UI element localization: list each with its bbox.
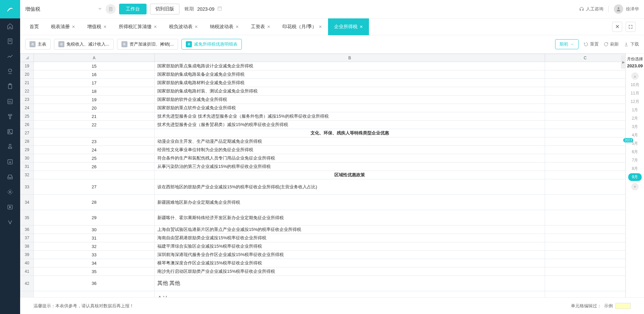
tab-所得税汇算清缴[interactable]: 所得税汇算清缴✕	[113, 18, 163, 35]
fullscreen-button[interactable]	[626, 22, 636, 32]
cell[interactable]: 34	[34, 259, 155, 267]
month-item[interactable]: 1月	[628, 106, 642, 114]
cell[interactable]	[545, 154, 626, 163]
cell[interactable]: 15	[34, 62, 155, 70]
cell[interactable]: 深圳前海深港现代服务业合作区企业减按15%税率征收企业所得税	[155, 251, 545, 259]
cell[interactable]	[545, 79, 626, 87]
row-number[interactable]: 41	[20, 267, 34, 276]
month-item[interactable]: 9月	[628, 173, 642, 181]
period-filter-button[interactable]: 期初	[555, 39, 579, 49]
row-number[interactable]: 25	[20, 112, 34, 121]
cell[interactable]: 26	[34, 163, 155, 171]
row-number[interactable]: 26	[20, 121, 34, 129]
cell[interactable]: 14221.38	[545, 291, 626, 298]
cell[interactable]: 25	[34, 154, 155, 163]
close-all-tabs-button[interactable]: ✕	[612, 22, 622, 32]
cell[interactable]: 国家鼓励的重点软件企业减免企业所得税	[155, 104, 545, 112]
refresh-button[interactable]: 刷新	[604, 41, 619, 47]
nav-tax-icon[interactable]	[0, 109, 20, 124]
table-row[interactable]: 3025符合条件的生产和装配伤残人员专门用品企业免征企业所得税	[20, 154, 626, 163]
nav-inbox-icon[interactable]	[0, 169, 20, 184]
nav-clipboard-icon[interactable]	[0, 79, 20, 94]
cell[interactable]: 新疆困难地区新办企业定期减免企业所得税	[155, 195, 545, 210]
cell[interactable]: 21	[34, 112, 155, 121]
cell[interactable]	[545, 242, 626, 251]
month-down-button[interactable]: ▼	[631, 183, 639, 190]
row-number[interactable]: 37	[20, 234, 34, 242]
subtab[interactable]: 表减免所得税优惠明细表	[181, 39, 242, 50]
table-row[interactable]: 2319国家鼓励的软件企业减免企业所得税	[20, 96, 626, 104]
subtab[interactable]: 表免税收入、减计收入...	[54, 39, 114, 50]
month-item[interactable]: 3月	[628, 123, 642, 131]
table-row[interactable]: 2823动漫企业自主开发、生产动漫产品定期减免企业所得税	[20, 137, 626, 146]
close-icon[interactable]: ✕	[360, 24, 363, 29]
nav-picture-icon[interactable]	[0, 124, 20, 139]
close-icon[interactable]: ✕	[154, 24, 157, 29]
tab-首页[interactable]: 首页	[23, 18, 45, 35]
cell[interactable]	[545, 234, 626, 242]
row-number[interactable]: 35	[20, 210, 34, 226]
cell[interactable]: 国家鼓励的集成电路装备企业减免企业所得税	[155, 70, 545, 79]
cell[interactable]: 28	[34, 195, 155, 210]
month-item[interactable]: 12月	[628, 98, 642, 106]
cell[interactable]	[545, 276, 626, 291]
table-row[interactable]: 3327设在西部地区的鼓励类产业企业减按15%的税率征收企业所得税(主营业务收入…	[20, 179, 626, 195]
cell[interactable]: 技术先进型服务企业（服务贸易类）减按15%的税率征收企业所得税	[155, 121, 545, 129]
cell[interactable]: 16	[34, 70, 155, 79]
row-number[interactable]: 38	[20, 242, 34, 251]
table-row[interactable]: 3126从事污染防治的第三方企业减按15%的税率征收企业所得税	[20, 163, 626, 171]
nav-home-icon[interactable]	[0, 18, 20, 34]
row-number[interactable]: 29	[20, 146, 34, 154]
tab-印花税（月/季）[interactable]: 印花税（月/季）✕	[276, 18, 328, 35]
cell[interactable]	[545, 195, 626, 210]
cell[interactable]: 区域性优惠政策	[155, 171, 545, 179]
month-item[interactable]: 8月	[628, 165, 642, 173]
cell[interactable]: 符合条件的生产和装配伤残人员专门用品企业免征企业所得税	[155, 154, 545, 163]
user-chip[interactable]: 徐泽华	[614, 4, 639, 14]
table-row[interactable]: 2420国家鼓励的重点软件企业减免企业所得税	[20, 104, 626, 112]
cell[interactable]	[545, 129, 626, 137]
cell[interactable]: 32	[34, 242, 155, 251]
cell[interactable]: 南沙先行启动区鼓励类产业企业减按15%税率征收企业所得税	[155, 267, 545, 276]
row-number[interactable]: 22	[20, 87, 34, 96]
table-row[interactable]: 3731海南自由贸易港鼓励类企业减按15%税率征收企业所得税	[20, 234, 626, 242]
tab-工资表[interactable]: 工资表✕	[245, 18, 276, 35]
cell[interactable]: 设在西部地区的鼓励类产业企业减按15%的税率征收企业所得税(主营业务收入占比)	[155, 179, 545, 195]
table-row[interactable]: 4135南沙先行启动区鼓励类产业企业减按15%税率征收企业所得税	[20, 267, 626, 276]
table-row[interactable]: 3933深圳前海深港现代服务业合作区企业减按15%税率征收企业所得税	[20, 251, 626, 259]
tab-纳税波动表[interactable]: 纳税波动表✕	[204, 18, 245, 35]
cell[interactable]: 其他 其他	[155, 276, 545, 291]
cell[interactable]: 动漫企业自主开发、生产动漫产品定期减免企业所得税	[155, 137, 545, 146]
doc-circle-button[interactable]	[106, 4, 116, 14]
cell[interactable]: 20	[34, 104, 155, 112]
cell[interactable]	[545, 146, 626, 154]
row-number[interactable]: 20	[20, 70, 34, 79]
cell[interactable]: 国家鼓励的软件企业减免企业所得税	[155, 96, 545, 104]
table-row[interactable]: 2521技术先进型服务企业 技术先进型服务企业（服务外包类）减按15%的税率征收…	[20, 112, 626, 121]
row-number[interactable]: 30	[20, 154, 34, 163]
nav-stamp-icon[interactable]	[0, 139, 20, 154]
cell[interactable]: 从事污染防治的第三方企业减按15%的税率征收企业所得税	[155, 163, 545, 171]
cell[interactable]: 27	[34, 179, 155, 195]
close-icon[interactable]: ✕	[195, 24, 198, 29]
month-item[interactable]: 6月	[628, 148, 642, 156]
table-row[interactable]: 2016国家鼓励的集成电路装备企业减免企业所得税	[20, 70, 626, 79]
cell[interactable]	[545, 267, 626, 276]
corner-cell[interactable]	[20, 54, 34, 62]
table-row[interactable]: 2924经营性文化事业单位转制为企业的免征企业所得税	[20, 146, 626, 154]
cell[interactable]: 24	[34, 146, 155, 154]
table-row[interactable]: 43合计14221.38	[20, 291, 626, 298]
tab-税表清册[interactable]: 税表清册✕	[45, 18, 81, 35]
cell[interactable]: 横琴粤澳深度合作区企业减按15%税率征收企业所得税	[155, 259, 545, 267]
row-number[interactable]: 36	[20, 226, 34, 234]
row-number[interactable]: 19	[20, 62, 34, 70]
cell[interactable]: 29	[34, 210, 155, 226]
cell[interactable]: 17	[34, 79, 155, 87]
cell[interactable]: 国家鼓励的集成电路材料企业减免企业所得税	[155, 79, 545, 87]
cell[interactable]: 文化、环保、残疾人等特殊类型企业优惠	[155, 129, 545, 137]
nav-settings-icon[interactable]	[0, 184, 20, 199]
table-row[interactable]: 1915国家鼓励的重点集成电路设计企业减免企业所得税	[20, 62, 626, 70]
nav-export-icon[interactable]	[0, 154, 20, 169]
tab-增值税[interactable]: 增值税✕	[81, 18, 113, 35]
cell[interactable]: 海南自由贸易港鼓励类企业减按15%税率征收企业所得税	[155, 234, 545, 242]
